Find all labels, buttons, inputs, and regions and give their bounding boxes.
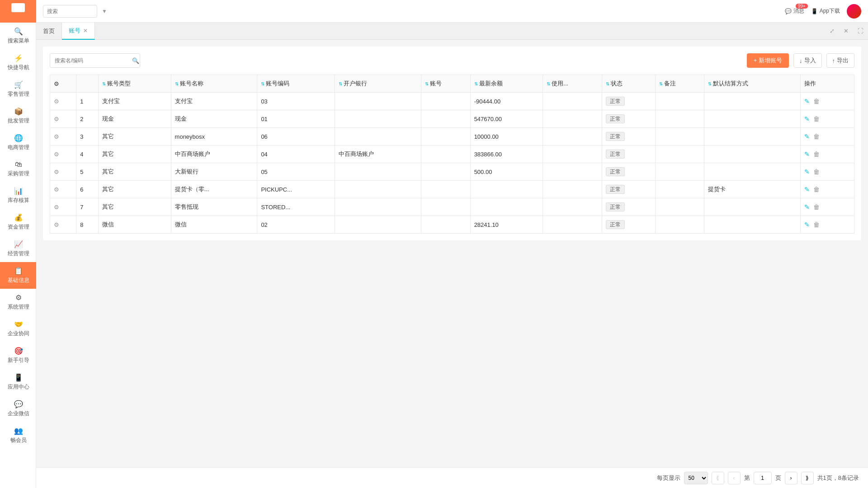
- sidebar-item-guide[interactable]: 🎯新手引导: [0, 342, 36, 369]
- edit-icon[interactable]: ✎: [804, 150, 810, 158]
- table-row: ⚙3其它moneybosx0610000.00正常✎🗑: [50, 128, 854, 145]
- export-button[interactable]: ↑ 导出: [826, 53, 855, 68]
- dropdown-arrow-icon[interactable]: ▼: [102, 8, 107, 14]
- cell-default_settlement: [704, 93, 801, 110]
- delete-icon[interactable]: 🗑: [813, 203, 820, 211]
- cell-remark: [656, 198, 704, 216]
- tab-label-account: 账号: [69, 27, 80, 35]
- page-size-label: 每页显示: [657, 474, 680, 482]
- sidebar-item-retail[interactable]: 🛒零售管理: [0, 76, 36, 103]
- first-page-button[interactable]: ⟪: [712, 472, 724, 484]
- sidebar-item-purchase[interactable]: 🛍采购管理: [0, 156, 36, 182]
- sidebar-icon-finance: 💰: [4, 213, 34, 222]
- tab-home[interactable]: 首页: [36, 23, 62, 40]
- edit-icon[interactable]: ✎: [804, 203, 810, 211]
- edit-icon[interactable]: ✎: [804, 98, 810, 105]
- col-header-code[interactable]: ⇅账号编码: [257, 75, 335, 93]
- last-page-button[interactable]: ⟫: [801, 472, 814, 484]
- page-size-select[interactable]: 50 20 100: [684, 472, 708, 484]
- row-gear-icon[interactable]: ⚙: [54, 133, 59, 140]
- search-icon[interactable]: 🔍: [132, 57, 139, 64]
- sidebar-item-finance[interactable]: 💰资金管理: [0, 209, 36, 235]
- tab-account[interactable]: 账号✕: [62, 23, 95, 40]
- delete-icon[interactable]: 🗑: [813, 115, 820, 122]
- page-number-input[interactable]: [754, 472, 772, 484]
- add-account-button[interactable]: + 新增账号: [747, 53, 789, 68]
- edit-icon[interactable]: ✎: [804, 133, 810, 140]
- cell-gear: ⚙: [50, 181, 76, 198]
- col-header-status[interactable]: ⇅状态: [602, 75, 656, 93]
- avatar[interactable]: [847, 4, 861, 19]
- row-gear-icon[interactable]: ⚙: [54, 98, 59, 105]
- tab-fullscreen-icon[interactable]: ⛶: [853, 28, 868, 34]
- sidebar-item-app-center[interactable]: 📱应用中心: [0, 369, 36, 395]
- cell-index: 7: [76, 198, 99, 216]
- app-version: 乐版: [14, 13, 23, 19]
- cell-bank: [335, 181, 421, 198]
- prev-page-button[interactable]: ‹: [728, 472, 741, 484]
- delete-icon[interactable]: 🗑: [813, 186, 820, 193]
- sidebar-icon-ecommerce: 🌐: [4, 134, 34, 142]
- pagination: 每页显示 50 20 100 ⟪ ‹ 第 页 › ⟫ 共1页，8条记录: [36, 467, 868, 488]
- table-row: ⚙5其它大新银行05500.00正常✎🗑: [50, 163, 854, 181]
- col-header-default_settlement[interactable]: ⇅默认结算方式: [704, 75, 801, 93]
- sidebar-label-wechat: 企业微信: [4, 410, 34, 418]
- col-header-usage[interactable]: ⇅使用...: [543, 75, 602, 93]
- app-download-button[interactable]: 📱 App下载: [811, 7, 840, 15]
- edit-icon[interactable]: ✎: [804, 186, 810, 193]
- sidebar-item-wholesale[interactable]: 📦批发管理: [0, 103, 36, 129]
- sidebar-item-quick-nav[interactable]: ⚡快捷导航: [0, 49, 36, 76]
- delete-icon[interactable]: 🗑: [813, 150, 820, 158]
- sidebar-item-ecommerce[interactable]: 🌐电商管理: [0, 129, 36, 156]
- delete-icon[interactable]: 🗑: [813, 221, 820, 228]
- cell-status: 正常: [602, 181, 656, 198]
- cell-account: [421, 128, 470, 145]
- sidebar-item-cooperation[interactable]: 🤝企业协同: [0, 315, 36, 342]
- col-header-account[interactable]: ⇅账号: [421, 75, 470, 93]
- edit-icon[interactable]: ✎: [804, 168, 810, 175]
- edit-icon[interactable]: ✎: [804, 221, 810, 228]
- tab-close-account[interactable]: ✕: [83, 28, 88, 34]
- page-unit-label: 页: [775, 474, 781, 482]
- cell-remark: [656, 181, 704, 198]
- col-header-type[interactable]: ⇅账号类型: [98, 75, 171, 93]
- row-gear-icon[interactable]: ⚙: [54, 116, 59, 122]
- sidebar-item-system[interactable]: ⚙系统管理: [0, 289, 36, 315]
- row-gear-icon[interactable]: ⚙: [54, 169, 59, 175]
- tab-expand-icon[interactable]: ⤢: [825, 28, 839, 34]
- cell-name: moneybosx: [171, 128, 257, 145]
- tab-close-all-icon[interactable]: ✕: [839, 28, 853, 34]
- row-gear-icon[interactable]: ⚙: [54, 186, 59, 193]
- sidebar-item-operations[interactable]: 📈经营管理: [0, 235, 36, 262]
- cell-index: 6: [76, 181, 99, 198]
- cell-status: 正常: [602, 163, 656, 181]
- sidebar-item-member[interactable]: 👥畅会员: [0, 422, 36, 449]
- cell-actions: ✎🗑: [801, 128, 854, 145]
- sidebar-item-wechat[interactable]: 💬企业微信: [0, 395, 36, 422]
- col-header-name[interactable]: ⇅账号名称: [171, 75, 257, 93]
- col-header-balance[interactable]: ⇅最新余额: [470, 75, 543, 93]
- phone-icon: 📱: [811, 8, 818, 14]
- gear-icon[interactable]: ⚙: [54, 80, 59, 87]
- import-button[interactable]: ↓ 导入: [793, 53, 822, 68]
- sidebar-item-basic-info[interactable]: 📋基础信息: [0, 262, 36, 289]
- cell-usage: [543, 216, 602, 234]
- next-page-button[interactable]: ›: [785, 472, 797, 484]
- delete-icon[interactable]: 🗑: [813, 168, 820, 175]
- sidebar-item-search-menu[interactable]: 🔍搜索菜单: [0, 23, 36, 49]
- edit-icon[interactable]: ✎: [804, 115, 810, 122]
- top-search-input[interactable]: [43, 5, 97, 18]
- col-header-remark[interactable]: ⇅备注: [656, 75, 704, 93]
- sidebar-item-inventory[interactable]: 📊库存核算: [0, 182, 36, 209]
- cell-bank: [335, 128, 421, 145]
- cell-default_settlement: [704, 163, 801, 181]
- row-gear-icon[interactable]: ⚙: [54, 151, 59, 158]
- cell-usage: [543, 110, 602, 128]
- row-gear-icon[interactable]: ⚙: [54, 204, 59, 211]
- search-input[interactable]: [50, 53, 140, 68]
- col-header-bank[interactable]: ⇅开户银行: [335, 75, 421, 93]
- delete-icon[interactable]: 🗑: [813, 98, 820, 105]
- row-gear-icon[interactable]: ⚙: [54, 221, 59, 228]
- delete-icon[interactable]: 🗑: [813, 133, 820, 140]
- messages-button[interactable]: 💬 消息 99+: [785, 7, 804, 15]
